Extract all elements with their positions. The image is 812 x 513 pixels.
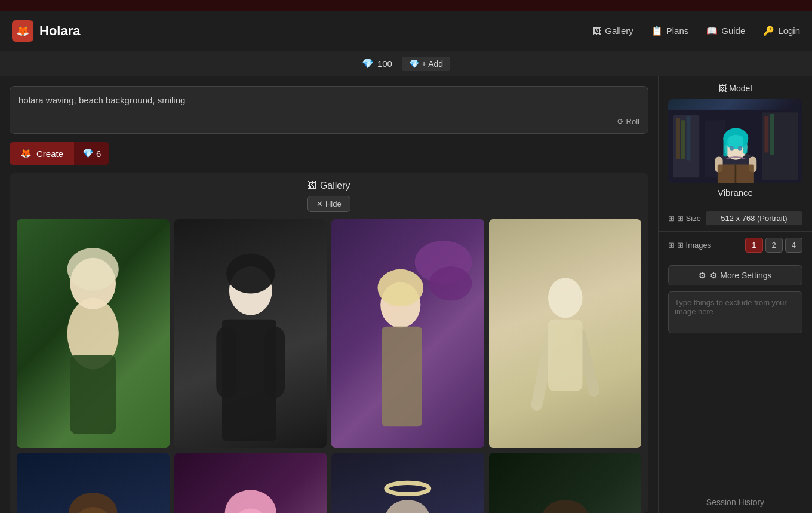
guide-icon: 📖 <box>706 26 718 36</box>
logo[interactable]: 🦊 Holara <box>12 20 80 42</box>
svg-point-5 <box>226 253 275 293</box>
prompt-area: holara waving, beach background, smiling… <box>10 86 648 134</box>
gallery-header: 🖼 Gallery ✕ Hide <box>17 180 641 212</box>
gallery-card-idk[interactable]: idk what title put to this nirzeperko <box>174 219 327 448</box>
roll-button[interactable]: ⟳ Roll <box>617 117 639 126</box>
credits-bar: 💎 100 💎 + Add <box>0 51 812 76</box>
gallery-card-angelica[interactable]: Angelica - OPSW <box>17 453 170 513</box>
gallery-card-hum[interactable]: Hum... Strange_Siren <box>17 219 170 448</box>
size-icon: ⊞ <box>668 214 675 223</box>
svg-point-24 <box>386 483 429 494</box>
nav-login[interactable]: 🔑 Login <box>763 26 800 36</box>
svg-point-52 <box>730 146 734 151</box>
svg-rect-40 <box>764 116 768 152</box>
credits-amount: 100 <box>377 59 392 69</box>
gallery-icon: 🖼 <box>592 26 601 36</box>
card-figure-hum <box>17 219 170 448</box>
create-icon: 🦊 <box>20 148 32 159</box>
model-preview[interactable] <box>668 99 802 183</box>
gallery-card-girl[interactable]: girl and dragon omniacorrecta <box>331 219 484 448</box>
svg-rect-3 <box>70 355 116 434</box>
images-icon: ⊞ <box>668 241 675 250</box>
gallery-card-gamer[interactable]: Gamer girl <box>174 453 327 513</box>
gallery-section: 🖼 Gallery ✕ Hide Hum... Strange_Siren <box>10 173 648 513</box>
header-nav: 🖼 Gallery 📋 Plans 📖 Guide 🔑 Login <box>592 26 800 36</box>
count-buttons: 1 2 4 <box>716 238 802 253</box>
logo-text: Holara <box>39 23 80 39</box>
model-section-title: 🖼 Model <box>668 84 802 93</box>
create-row: 🦊 Create 💎 6 <box>10 142 648 165</box>
exclude-section <box>668 291 802 492</box>
cost-gem-icon: 💎 <box>82 148 94 159</box>
header: 🦊 Holara 🖼 Gallery 📋 Plans 📖 Guide 🔑 Log… <box>0 11 812 51</box>
svg-rect-39 <box>687 116 691 160</box>
main-layout: holara waving, beach background, smiling… <box>0 76 812 513</box>
gallery-card-move[interactable]: we move forward. nirvanafan090 <box>489 219 642 448</box>
plans-icon: 📋 <box>651 26 663 36</box>
session-history[interactable]: Session History <box>659 492 812 513</box>
nav-guide[interactable]: 📖 Guide <box>706 26 745 36</box>
svg-rect-47 <box>735 164 737 183</box>
create-cost[interactable]: 💎 6 <box>74 142 109 165</box>
settings-icon: ⚙ <box>699 271 706 280</box>
svg-point-19 <box>69 493 117 513</box>
svg-point-12 <box>377 269 423 306</box>
top-bar <box>0 0 812 11</box>
prompt-text[interactable]: holara waving, beach background, smiling <box>19 94 639 107</box>
left-panel: holara waving, beach background, smiling… <box>0 76 658 513</box>
add-credits-button[interactable]: 💎 + Add <box>402 57 450 71</box>
gallery-card-office[interactable]: Office lady 3 <box>489 453 642 513</box>
gallery-title: 🖼 Gallery <box>307 180 350 191</box>
right-panel: 🖼 Model <box>658 76 812 513</box>
size-section: ⊞ ⊞ Size 512 x 768 (Portrait) <box>659 205 812 232</box>
svg-rect-50 <box>723 136 727 157</box>
images-label: ⊞ ⊞ Images <box>668 241 711 250</box>
exclude-textarea[interactable] <box>668 291 802 333</box>
svg-point-14 <box>548 278 582 318</box>
count-btn-2[interactable]: 2 <box>765 238 783 253</box>
svg-point-22 <box>224 490 276 513</box>
logo-icon: 🦊 <box>12 20 33 42</box>
svg-point-28 <box>385 500 430 513</box>
create-button[interactable]: 🦊 Create <box>10 142 74 165</box>
svg-point-31 <box>541 500 589 513</box>
images-count-section: ⊞ ⊞ Images 1 2 4 <box>659 232 812 259</box>
svg-point-10 <box>429 266 472 300</box>
nav-plans[interactable]: 📋 Plans <box>651 26 689 36</box>
size-value[interactable]: 512 x 768 (Portrait) <box>706 211 802 225</box>
size-label: ⊞ ⊞ Size <box>668 214 701 223</box>
model-name: Vibrance <box>668 188 802 198</box>
svg-rect-17 <box>548 320 582 391</box>
svg-rect-38 <box>681 120 685 159</box>
svg-rect-41 <box>770 114 774 155</box>
svg-rect-13 <box>382 327 422 427</box>
image-grid-row1: Hum... Strange_Siren <box>17 219 641 448</box>
svg-rect-7 <box>216 327 236 398</box>
svg-point-53 <box>738 146 742 151</box>
image-grid-row2: Angelica - OPSW Gamer girl <box>17 453 641 513</box>
nav-gallery[interactable]: 🖼 Gallery <box>592 26 633 36</box>
svg-rect-8 <box>264 327 285 398</box>
more-settings-button[interactable]: ⚙ ⚙ More Settings <box>668 265 802 285</box>
hide-gallery-button[interactable]: ✕ Hide <box>307 196 350 212</box>
gem-icon: 💎 <box>362 58 374 69</box>
count-btn-1[interactable]: 1 <box>745 238 762 253</box>
svg-point-2 <box>67 248 119 291</box>
gallery-card-angel[interactable]: angel v3 <box>331 453 484 513</box>
svg-rect-37 <box>676 118 680 159</box>
count-btn-4[interactable]: 4 <box>785 238 802 253</box>
add-icon: 💎 <box>409 59 419 69</box>
model-section: 🖼 Model <box>659 76 812 205</box>
credits-display: 💎 100 <box>362 58 392 69</box>
login-icon: 🔑 <box>763 26 774 36</box>
svg-rect-51 <box>743 136 748 155</box>
prompt-footer: ⟳ Roll <box>19 117 639 126</box>
